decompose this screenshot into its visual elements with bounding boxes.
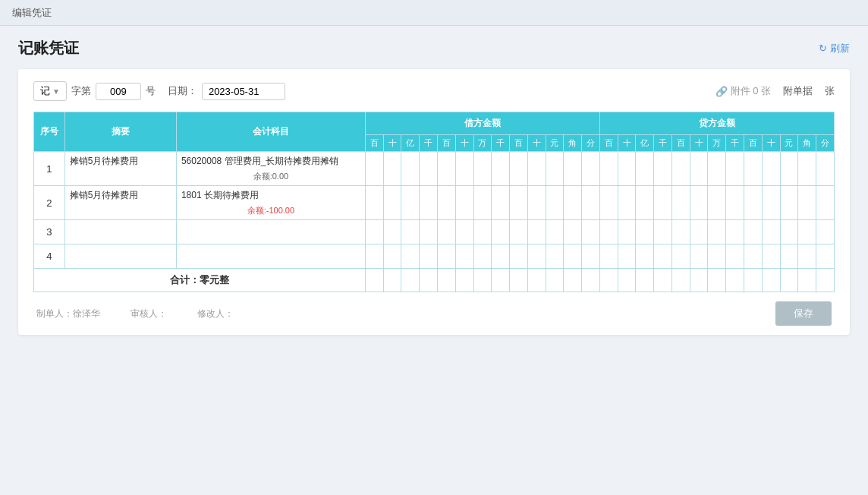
row-account-0[interactable]: 56020008 管理费用_长期待摊费用摊销余额:0.00 <box>176 152 365 186</box>
row-summary-1[interactable]: 摊销5月待摊费用 <box>64 186 176 220</box>
row-0-credit-2[interactable] <box>636 152 654 186</box>
row-2-credit-1[interactable] <box>618 220 636 244</box>
row-2-debit-3[interactable] <box>420 220 438 244</box>
row-3-debit-10[interactable] <box>546 244 564 269</box>
row-1-credit-6[interactable] <box>708 186 726 220</box>
row-0-credit-8[interactable] <box>744 152 763 186</box>
row-0-debit-9[interactable] <box>527 152 546 186</box>
row-1-debit-4[interactable] <box>438 186 456 220</box>
row-2-credit-11[interactable] <box>798 220 816 244</box>
row-0-debit-3[interactable] <box>420 152 438 186</box>
row-1-credit-5[interactable] <box>690 186 708 220</box>
row-0-debit-8[interactable] <box>510 152 528 186</box>
row-1-debit-6[interactable] <box>473 186 492 220</box>
row-3-debit-1[interactable] <box>383 244 401 269</box>
row-2-credit-4[interactable] <box>671 220 690 244</box>
row-1-credit-11[interactable] <box>798 186 816 220</box>
type-select[interactable]: 记 ▼ <box>33 81 67 101</box>
row-3-debit-11[interactable] <box>564 244 582 269</box>
row-2-debit-10[interactable] <box>546 220 564 244</box>
attach-single-link[interactable]: 附单据 <box>783 84 813 98</box>
row-3-credit-4[interactable] <box>671 244 690 269</box>
row-2-debit-2[interactable] <box>401 220 420 244</box>
row-0-credit-11[interactable] <box>798 152 816 186</box>
row-2-debit-8[interactable] <box>510 220 528 244</box>
row-1-credit-8[interactable] <box>744 186 763 220</box>
row-3-debit-0[interactable] <box>365 244 383 269</box>
row-3-credit-11[interactable] <box>798 244 816 269</box>
row-2-debit-11[interactable] <box>564 220 582 244</box>
save-button[interactable]: 保存 <box>775 301 832 326</box>
row-summary-3[interactable] <box>64 244 176 269</box>
row-2-debit-4[interactable] <box>438 220 456 244</box>
row-account-3[interactable] <box>176 244 365 269</box>
row-0-credit-0[interactable] <box>599 152 618 186</box>
row-3-credit-2[interactable] <box>636 244 654 269</box>
row-1-credit-1[interactable] <box>618 186 636 220</box>
row-1-debit-1[interactable] <box>383 186 401 220</box>
row-0-credit-7[interactable] <box>726 152 744 186</box>
row-1-debit-8[interactable] <box>510 186 528 220</box>
row-summary-2[interactable] <box>64 220 176 244</box>
row-0-debit-1[interactable] <box>383 152 401 186</box>
row-3-credit-1[interactable] <box>618 244 636 269</box>
row-1-debit-0[interactable] <box>365 186 383 220</box>
row-2-debit-6[interactable] <box>473 220 492 244</box>
row-0-debit-6[interactable] <box>473 152 492 186</box>
row-3-debit-2[interactable] <box>401 244 420 269</box>
row-1-debit-10[interactable] <box>546 186 564 220</box>
row-3-credit-9[interactable] <box>762 244 780 269</box>
row-0-credit-3[interactable] <box>654 152 672 186</box>
row-2-credit-6[interactable] <box>708 220 726 244</box>
row-2-debit-0[interactable] <box>365 220 383 244</box>
row-0-credit-9[interactable] <box>762 152 780 186</box>
row-3-credit-3[interactable] <box>654 244 672 269</box>
row-3-debit-12[interactable] <box>582 244 600 269</box>
row-summary-0[interactable]: 摊销5月待摊费用 <box>64 152 176 186</box>
row-1-credit-12[interactable] <box>816 186 835 220</box>
voucher-number-input[interactable] <box>96 83 141 100</box>
row-3-debit-8[interactable] <box>510 244 528 269</box>
row-account-1[interactable]: 1801 长期待摊费用余额:-100.00 <box>176 186 365 220</box>
row-3-credit-7[interactable] <box>726 244 744 269</box>
row-3-credit-6[interactable] <box>708 244 726 269</box>
row-2-credit-10[interactable] <box>780 220 798 244</box>
row-0-debit-0[interactable] <box>365 152 383 186</box>
row-0-debit-11[interactable] <box>564 152 582 186</box>
row-account-2[interactable] <box>176 220 365 244</box>
row-1-credit-7[interactable] <box>726 186 744 220</box>
row-2-credit-9[interactable] <box>762 220 780 244</box>
row-0-credit-1[interactable] <box>618 152 636 186</box>
row-3-debit-6[interactable] <box>473 244 492 269</box>
row-2-debit-5[interactable] <box>455 220 473 244</box>
row-3-credit-10[interactable] <box>780 244 798 269</box>
row-2-credit-8[interactable] <box>744 220 763 244</box>
attach-link[interactable]: 🔗 附件 0 张 <box>715 84 771 98</box>
row-3-credit-0[interactable] <box>599 244 618 269</box>
row-2-credit-5[interactable] <box>690 220 708 244</box>
row-2-credit-7[interactable] <box>726 220 744 244</box>
row-0-debit-10[interactable] <box>546 152 564 186</box>
row-3-debit-9[interactable] <box>527 244 546 269</box>
row-0-debit-5[interactable] <box>455 152 473 186</box>
row-2-debit-12[interactable] <box>582 220 600 244</box>
row-0-credit-4[interactable] <box>671 152 690 186</box>
row-1-credit-4[interactable] <box>671 186 690 220</box>
row-1-debit-12[interactable] <box>582 186 600 220</box>
row-2-debit-9[interactable] <box>527 220 546 244</box>
row-0-credit-10[interactable] <box>780 152 798 186</box>
row-1-credit-0[interactable] <box>599 186 618 220</box>
row-1-credit-2[interactable] <box>636 186 654 220</box>
row-0-credit-5[interactable] <box>690 152 708 186</box>
date-input[interactable] <box>202 83 285 100</box>
row-0-credit-6[interactable] <box>708 152 726 186</box>
row-3-debit-3[interactable] <box>420 244 438 269</box>
row-3-debit-5[interactable] <box>455 244 473 269</box>
row-3-debit-4[interactable] <box>438 244 456 269</box>
row-3-credit-5[interactable] <box>690 244 708 269</box>
row-1-credit-10[interactable] <box>780 186 798 220</box>
row-1-debit-11[interactable] <box>564 186 582 220</box>
row-1-debit-5[interactable] <box>455 186 473 220</box>
row-2-credit-2[interactable] <box>636 220 654 244</box>
row-0-debit-12[interactable] <box>582 152 600 186</box>
